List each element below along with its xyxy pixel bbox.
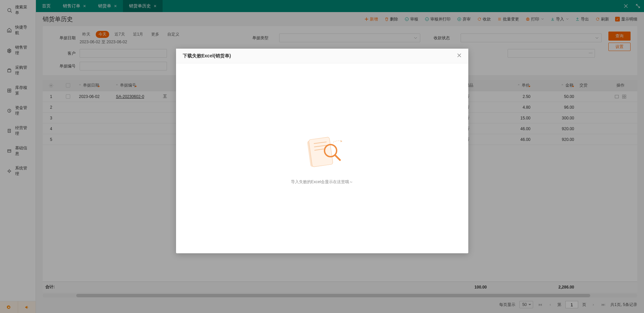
svg-rect-19 <box>308 137 333 167</box>
modal-title: 下载失败Excel(销货单) <box>183 53 231 59</box>
modal-overlay[interactable]: 下载失败Excel(销货单) 导入失败的Excel会显示在这里哦～ <box>0 0 644 313</box>
modal-dialog: 下载失败Excel(销货单) 导入失败的Excel会显示在这里哦～ <box>176 49 468 253</box>
modal-close-button[interactable] <box>457 53 462 59</box>
close-icon <box>457 53 462 58</box>
empty-state-illustration <box>297 132 347 172</box>
svg-marker-25 <box>341 140 342 142</box>
modal-empty-text: 导入失败的Excel会显示在这里哦～ <box>291 179 353 185</box>
svg-line-24 <box>335 155 340 160</box>
